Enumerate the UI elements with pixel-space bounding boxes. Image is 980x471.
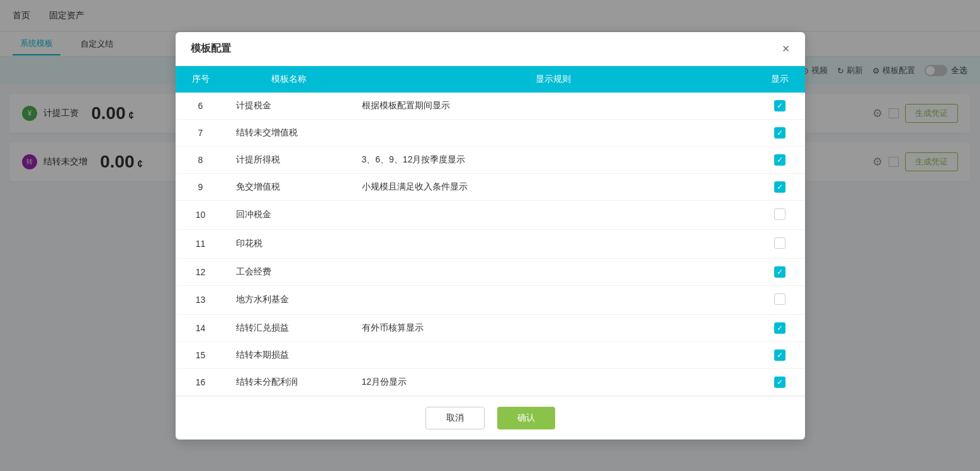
cell-check-8 bbox=[755, 314, 805, 341]
cell-name-5: 印花税 bbox=[226, 229, 352, 258]
config-table: 序号 模板名称 显示规则 显示 6计提税金根据模板配置期间显示7结转未交增值税8… bbox=[176, 66, 805, 396]
cell-check-2 bbox=[755, 146, 805, 173]
cell-check-0 bbox=[755, 93, 805, 120]
cell-rule-1 bbox=[352, 119, 755, 146]
cell-seq-1: 7 bbox=[176, 119, 226, 146]
col-header-display: 显示 bbox=[755, 66, 805, 93]
cell-check-5 bbox=[755, 229, 805, 258]
cell-rule-6 bbox=[352, 258, 755, 285]
table-header-row: 序号 模板名称 显示规则 显示 bbox=[176, 66, 805, 93]
cell-name-10: 结转未分配利润 bbox=[226, 368, 352, 395]
table-body: 6计提税金根据模板配置期间显示7结转未交增值税8计提所得税3、6、9、12月按季… bbox=[176, 93, 805, 396]
col-header-name: 模板名称 bbox=[226, 66, 352, 93]
modal-close-button[interactable]: × bbox=[782, 42, 790, 55]
checkbox-6[interactable] bbox=[774, 266, 786, 278]
cell-rule-9 bbox=[352, 341, 755, 368]
table-head: 序号 模板名称 显示规则 显示 bbox=[176, 66, 805, 93]
cell-check-3 bbox=[755, 173, 805, 200]
cell-name-2: 计提所得税 bbox=[226, 146, 352, 173]
cell-rule-0: 根据模板配置期间显示 bbox=[352, 93, 755, 120]
cell-name-9: 结转本期损益 bbox=[226, 341, 352, 368]
checkbox-5[interactable] bbox=[774, 237, 786, 249]
cell-name-8: 结转汇兑损益 bbox=[226, 314, 352, 341]
cell-name-6: 工会经费 bbox=[226, 258, 352, 285]
table-row: 11印花税 bbox=[176, 229, 805, 258]
checkbox-10[interactable] bbox=[774, 377, 786, 388]
cell-seq-3: 9 bbox=[176, 173, 226, 200]
cell-check-7 bbox=[755, 285, 805, 314]
cell-rule-8: 有外币核算显示 bbox=[352, 314, 755, 341]
checkbox-4[interactable] bbox=[774, 208, 786, 220]
cell-check-1 bbox=[755, 119, 805, 146]
modal-overlay: 模板配置 × 序号 模板名称 显示规则 显示 6计提税金根据模板配置期间显示7结… bbox=[0, 0, 980, 471]
checkbox-0[interactable] bbox=[774, 100, 786, 111]
table-row: 13地方水利基金 bbox=[176, 285, 805, 314]
cell-seq-9: 15 bbox=[176, 341, 226, 368]
checkbox-2[interactable] bbox=[774, 154, 786, 166]
cell-seq-7: 13 bbox=[176, 285, 226, 314]
checkbox-1[interactable] bbox=[774, 127, 786, 139]
confirm-button[interactable]: 确认 bbox=[497, 407, 555, 429]
cell-rule-2: 3、6、9、12月按季度显示 bbox=[352, 146, 755, 173]
table-row: 14结转汇兑损益有外币核算显示 bbox=[176, 314, 805, 341]
cell-rule-4 bbox=[352, 200, 755, 229]
template-config-modal: 模板配置 × 序号 模板名称 显示规则 显示 6计提税金根据模板配置期间显示7结… bbox=[176, 32, 805, 440]
checkbox-8[interactable] bbox=[774, 322, 786, 334]
modal-header: 模板配置 × bbox=[176, 32, 805, 66]
cell-seq-4: 10 bbox=[176, 200, 226, 229]
cancel-button[interactable]: 取消 bbox=[425, 407, 485, 429]
cell-name-0: 计提税金 bbox=[226, 93, 352, 120]
table-row: 10回冲税金 bbox=[176, 200, 805, 229]
modal-title: 模板配置 bbox=[191, 42, 231, 55]
cell-rule-10: 12月份显示 bbox=[352, 368, 755, 395]
checkbox-3[interactable] bbox=[774, 181, 786, 193]
col-header-rule: 显示规则 bbox=[352, 66, 755, 93]
table-row: 9免交增值税小规模且满足收入条件显示 bbox=[176, 173, 805, 200]
cell-name-7: 地方水利基金 bbox=[226, 285, 352, 314]
modal-footer: 取消 确认 bbox=[176, 396, 805, 440]
cell-seq-0: 6 bbox=[176, 93, 226, 120]
table-row: 8计提所得税3、6、9、12月按季度显示 bbox=[176, 146, 805, 173]
checkbox-9[interactable] bbox=[774, 349, 786, 361]
modal-body: 序号 模板名称 显示规则 显示 6计提税金根据模板配置期间显示7结转未交增值税8… bbox=[176, 66, 805, 396]
cell-check-9 bbox=[755, 341, 805, 368]
col-header-seq: 序号 bbox=[176, 66, 226, 93]
cell-seq-6: 12 bbox=[176, 258, 226, 285]
cell-check-4 bbox=[755, 200, 805, 229]
cell-rule-5 bbox=[352, 229, 755, 258]
table-row: 15结转本期损益 bbox=[176, 341, 805, 368]
table-row: 16结转未分配利润12月份显示 bbox=[176, 368, 805, 395]
cell-seq-5: 11 bbox=[176, 229, 226, 258]
cell-seq-8: 14 bbox=[176, 314, 226, 341]
checkbox-7[interactable] bbox=[774, 293, 786, 305]
table-row: 7结转未交增值税 bbox=[176, 119, 805, 146]
cell-seq-2: 8 bbox=[176, 146, 226, 173]
cell-seq-10: 16 bbox=[176, 368, 226, 395]
cell-name-3: 免交增值税 bbox=[226, 173, 352, 200]
cell-rule-7 bbox=[352, 285, 755, 314]
table-row: 6计提税金根据模板配置期间显示 bbox=[176, 93, 805, 120]
cell-check-6 bbox=[755, 258, 805, 285]
cell-check-10 bbox=[755, 368, 805, 395]
cell-name-4: 回冲税金 bbox=[226, 200, 352, 229]
table-row: 12工会经费 bbox=[176, 258, 805, 285]
cell-name-1: 结转未交增值税 bbox=[226, 119, 352, 146]
cell-rule-3: 小规模且满足收入条件显示 bbox=[352, 173, 755, 200]
